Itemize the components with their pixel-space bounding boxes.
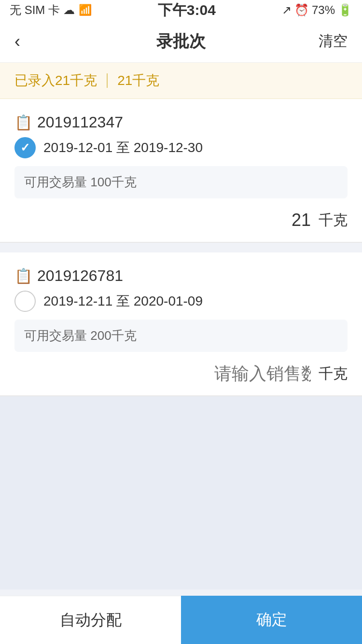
- batch-2-quantity-input[interactable]: [214, 364, 311, 384]
- batch-1-available: 可用交易量 100千克: [14, 166, 348, 198]
- batch-card-2: 📋 2019126781 2019-12-11 至 2020-01-09 可用交…: [0, 252, 362, 352]
- batch-1-header: 📋 2019112347: [14, 113, 348, 131]
- batch-2-radio[interactable]: [14, 291, 36, 312]
- batch-2-date: 2019-12-11 至 2020-01-09: [43, 292, 203, 310]
- empty-area: [0, 396, 362, 589]
- batch-2-date-row[interactable]: 2019-12-11 至 2020-01-09: [14, 291, 348, 312]
- location-icon: ↗: [282, 3, 292, 17]
- alarm-icon: ⏰: [294, 3, 309, 17]
- batch-card-1: 📋 2019112347 2019-12-01 至 2019-12-30 可用交…: [0, 99, 362, 198]
- status-time: 下午3:04: [158, 0, 216, 20]
- nav-bar: ‹ 录批次 清空: [0, 20, 362, 63]
- back-button[interactable]: ‹: [14, 31, 43, 52]
- batch-1-quantity-row[interactable]: 千克: [0, 198, 362, 243]
- status-left: 无 SIM 卡 ☁ 📶: [10, 2, 92, 18]
- batch-2-id: 2019126781: [37, 267, 123, 285]
- batch-2-unit: 千克: [319, 364, 348, 384]
- batch-2-available: 可用交易量 200千克: [14, 320, 348, 352]
- summary-bar: 已录入21千克 21千克: [0, 63, 362, 99]
- status-right: ↗ ⏰ 73% 🔋: [282, 3, 352, 17]
- confirm-button[interactable]: 确定: [181, 596, 362, 644]
- batch-1-date-row[interactable]: 2019-12-01 至 2019-12-30: [14, 137, 348, 158]
- battery-icon: 🔋: [338, 3, 352, 17]
- summary-amount: 21千克: [117, 71, 159, 90]
- batch-1-icon: 📋: [14, 114, 32, 131]
- batch-2-quantity-row[interactable]: 千克: [0, 352, 362, 396]
- battery-text: 73%: [312, 3, 335, 17]
- batch-2-icon: 📋: [14, 267, 32, 284]
- status-bar: 无 SIM 卡 ☁ 📶 下午3:04 ↗ ⏰ 73% 🔋: [0, 0, 362, 20]
- clear-button[interactable]: 清空: [319, 31, 348, 51]
- wifi-icon: 📶: [79, 4, 92, 16]
- card-separator: [0, 243, 362, 252]
- batch-1-id: 2019112347: [37, 113, 123, 131]
- batch-1-unit: 千克: [319, 210, 348, 230]
- bottom-bar: 自动分配 确定: [0, 596, 362, 644]
- batch-1-date: 2019-12-01 至 2019-12-30: [43, 139, 203, 157]
- batch-2-header: 📋 2019126781: [14, 267, 348, 285]
- batch-1-quantity-input[interactable]: [214, 210, 311, 230]
- page-title: 录批次: [156, 30, 206, 53]
- summary-label: 已录入21千克: [14, 71, 97, 90]
- batch-1-radio[interactable]: [14, 137, 36, 158]
- summary-divider: [107, 73, 108, 88]
- no-sim-text: 无 SIM 卡 ☁: [10, 2, 75, 18]
- auto-distribute-button[interactable]: 自动分配: [0, 596, 181, 644]
